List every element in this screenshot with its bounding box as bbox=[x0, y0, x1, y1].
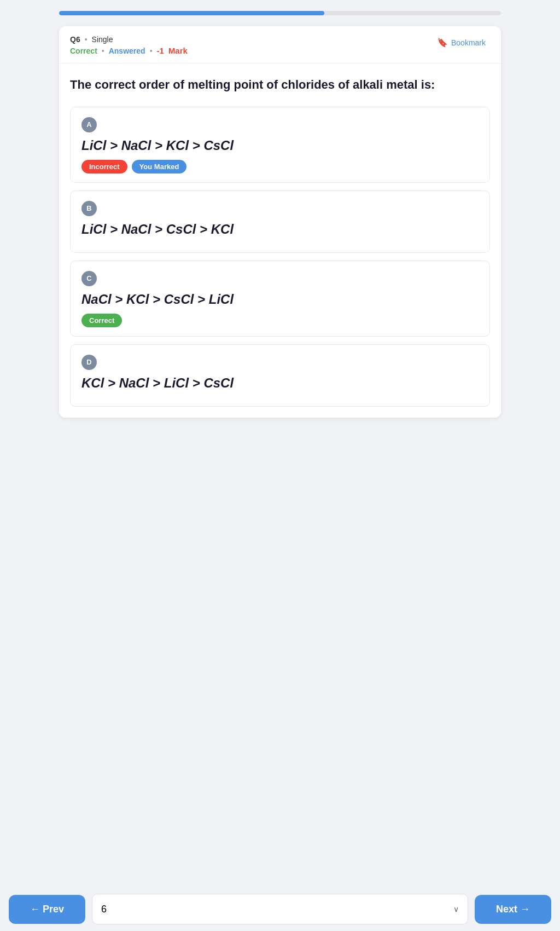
page-selector[interactable]: 6 1 2 3 4 5 7 8 9 10 ∨ bbox=[92, 894, 468, 924]
option-d-card[interactable]: D KCl > NaCl > LiCl > CsCl bbox=[70, 344, 490, 407]
question-meta: Q6 • Single Correct • Answered • -1 Mark bbox=[70, 35, 188, 55]
page-select[interactable]: 6 1 2 3 4 5 7 8 9 10 bbox=[101, 894, 453, 924]
dot1: • bbox=[85, 35, 88, 44]
options-container: A LiCl > NaCl > KCl > CsCl Incorrect You… bbox=[70, 107, 490, 407]
question-type: Single bbox=[92, 35, 113, 44]
option-a-label: A bbox=[81, 117, 97, 132]
bookmark-icon: 🔖 bbox=[437, 37, 448, 48]
progress-fill bbox=[59, 11, 324, 15]
prev-button[interactable]: ← Prev bbox=[9, 895, 85, 924]
option-a-formula: LiCl > NaCl > KCl > CsCl bbox=[81, 138, 479, 153]
dot2: • bbox=[102, 47, 104, 55]
option-d-label: D bbox=[81, 355, 97, 370]
option-c-formula: NaCl > KCl > CsCl > LiCl bbox=[81, 292, 479, 307]
option-b-card[interactable]: B LiCl > NaCl > CsCl > KCl bbox=[70, 190, 490, 253]
question-number: Q6 bbox=[70, 35, 80, 44]
question-card: Q6 • Single Correct • Answered • -1 Mark… bbox=[59, 26, 501, 418]
chevron-down-icon: ∨ bbox=[453, 905, 459, 913]
status-correct: Correct bbox=[70, 47, 97, 55]
question-meta-bottom: Correct • Answered • -1 Mark bbox=[70, 46, 188, 55]
mark-label: Mark bbox=[168, 46, 188, 55]
progress-bar bbox=[59, 11, 501, 15]
question-meta-top: Q6 • Single bbox=[70, 35, 188, 44]
question-body: The correct order of melting point of ch… bbox=[59, 63, 501, 418]
option-c-card[interactable]: C NaCl > KCl > CsCl > LiCl Correct bbox=[70, 261, 490, 337]
option-d-formula: KCl > NaCl > LiCl > CsCl bbox=[81, 375, 479, 391]
option-b-formula: LiCl > NaCl > CsCl > KCl bbox=[81, 222, 479, 237]
bottom-nav: ← Prev 6 1 2 3 4 5 7 8 9 10 ∨ Next → bbox=[0, 887, 560, 931]
option-b-label: B bbox=[81, 201, 97, 216]
next-button[interactable]: Next → bbox=[475, 895, 551, 924]
option-a-badges: Incorrect You Marked bbox=[81, 160, 479, 174]
option-c-label: C bbox=[81, 271, 97, 286]
question-header: Q6 • Single Correct • Answered • -1 Mark… bbox=[59, 26, 501, 63]
bookmark-label: Bookmark bbox=[451, 38, 486, 47]
badge-correct: Correct bbox=[81, 314, 122, 327]
option-c-badges: Correct bbox=[81, 314, 479, 327]
question-text: The correct order of melting point of ch… bbox=[70, 77, 490, 94]
status-answered: Answered bbox=[109, 47, 145, 55]
dot3: • bbox=[150, 47, 153, 55]
badge-you-marked: You Marked bbox=[132, 160, 187, 174]
badge-incorrect: Incorrect bbox=[81, 160, 127, 174]
bookmark-button[interactable]: 🔖 Bookmark bbox=[433, 35, 490, 50]
status-mark: -1 bbox=[157, 46, 164, 55]
option-a-card[interactable]: A LiCl > NaCl > KCl > CsCl Incorrect You… bbox=[70, 107, 490, 183]
